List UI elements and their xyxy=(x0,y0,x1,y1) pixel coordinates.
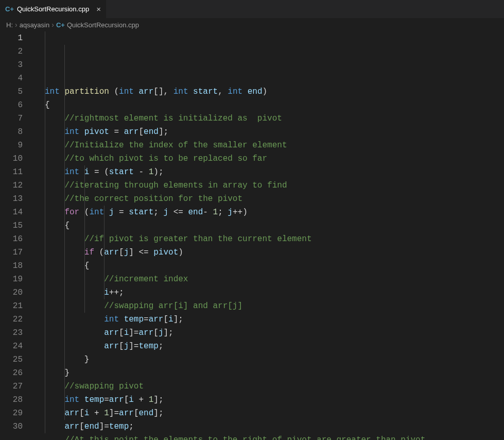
line-number: 21 xyxy=(0,299,23,313)
line-number: 28 xyxy=(0,393,23,407)
code-line[interactable]: //increment index xyxy=(45,273,504,286)
line-number: 20 xyxy=(0,286,23,299)
code-line[interactable]: arr[end]=temp; xyxy=(45,420,504,433)
chevron-right-icon: › xyxy=(51,21,54,29)
close-icon[interactable]: × xyxy=(96,5,101,13)
line-number: 6 xyxy=(0,98,23,112)
line-number: 9 xyxy=(0,139,23,152)
tab-title: QuickSortRecursion.cpp xyxy=(17,5,89,13)
chevron-right-icon: › xyxy=(15,21,18,29)
code-line[interactable]: arr[i + 1]=arr[end]; xyxy=(45,407,504,420)
code-line[interactable]: //to which pivot is to be replaced so fa… xyxy=(45,152,504,165)
code-line[interactable]: //Initialize the index of the smaller el… xyxy=(45,139,504,152)
line-number-gutter: 1234567891011121314151617181920212223242… xyxy=(0,31,34,440)
line-number: 10 xyxy=(0,152,23,165)
code-line[interactable]: int pivot = arr[end]; xyxy=(45,125,504,139)
line-number: 30 xyxy=(0,420,23,433)
line-number: 29 xyxy=(0,407,23,420)
line-number: 14 xyxy=(0,206,23,219)
line-number: 12 xyxy=(0,179,23,192)
cursor xyxy=(45,31,45,45)
line-number: 13 xyxy=(0,192,23,206)
breadcrumb-file[interactable]: QuickSortRecursion.cpp xyxy=(67,21,139,29)
code-line[interactable]: for (int j = start; j <= end- 1; j++) xyxy=(45,206,504,219)
code-line[interactable]: arr[j]=temp; xyxy=(45,340,504,353)
line-number: 24 xyxy=(0,340,23,353)
code-line[interactable]: int temp=arr[i]; xyxy=(45,313,504,326)
line-number: 2 xyxy=(0,45,23,58)
code-line[interactable]: } xyxy=(45,366,504,380)
editor-tab[interactable]: C+ QuickSortRecursion.cpp × xyxy=(0,0,106,18)
cpp-icon: C+ xyxy=(56,21,65,29)
line-number: 15 xyxy=(0,219,23,232)
line-number: 19 xyxy=(0,273,23,286)
code-line[interactable]: { xyxy=(45,259,504,273)
line-number: 16 xyxy=(0,232,23,246)
code-line[interactable]: arr[i]=arr[j]; xyxy=(45,326,504,340)
code-line[interactable]: //swapping pivot xyxy=(45,380,504,393)
code-line[interactable]: //At this point the elements to the righ… xyxy=(45,433,504,440)
code-line[interactable]: { xyxy=(45,219,504,232)
code-line[interactable]: } xyxy=(45,353,504,366)
code-line[interactable]: //rightmost element is initialized as pi… xyxy=(45,112,504,125)
line-number: 23 xyxy=(0,326,23,340)
code-line[interactable]: int partition (int arr[], int start, int… xyxy=(45,85,504,98)
code-editor[interactable]: 1234567891011121314151617181920212223242… xyxy=(0,31,504,440)
breadcrumb-folder[interactable]: aqsayasin xyxy=(20,21,50,29)
breadcrumb-drive[interactable]: H: xyxy=(6,21,13,29)
line-number: 1 xyxy=(0,31,23,45)
code-line[interactable]: i++; xyxy=(45,286,504,299)
cpp-icon: C+ xyxy=(5,5,14,13)
line-number: 3 xyxy=(0,58,23,72)
code-line[interactable]: //swapping arr[i] and arr[j] xyxy=(45,299,504,313)
code-line[interactable]: if (arr[j] <= pivot) xyxy=(45,246,504,259)
line-number: 22 xyxy=(0,313,23,326)
line-number: 25 xyxy=(0,353,23,366)
code-content[interactable]: int partition (int arr[], int start, int… xyxy=(34,31,504,440)
code-line[interactable]: //iterating through elements in array to… xyxy=(45,179,504,192)
code-line[interactable]: int i = (start - 1); xyxy=(45,165,504,179)
line-number: 18 xyxy=(0,259,23,273)
tab-bar: C+ QuickSortRecursion.cpp × xyxy=(0,0,504,18)
line-number: 11 xyxy=(0,165,23,179)
line-number: 27 xyxy=(0,380,23,393)
line-number: 17 xyxy=(0,246,23,259)
breadcrumbs[interactable]: H: › aqsayasin › C+ QuickSortRecursion.c… xyxy=(0,18,504,31)
line-number: 7 xyxy=(0,112,23,125)
line-number: 8 xyxy=(0,125,23,139)
code-line[interactable]: //the correct position for the pivot xyxy=(45,192,504,206)
line-number: 4 xyxy=(0,72,23,85)
code-line[interactable]: int temp=arr[i + 1]; xyxy=(45,393,504,407)
line-number: 5 xyxy=(0,85,23,98)
code-line[interactable]: //if pivot is greater than the current e… xyxy=(45,232,504,246)
code-line[interactable]: { xyxy=(45,98,504,112)
line-number: 26 xyxy=(0,366,23,380)
